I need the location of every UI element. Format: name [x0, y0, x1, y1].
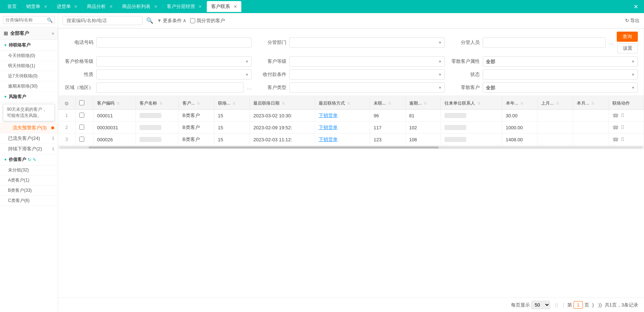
row-method-link-0[interactable]: 下销货单: [319, 113, 338, 118]
sidebar-item-a-class[interactable]: A类客户(1): [0, 175, 58, 186]
query-button[interactable]: 查询: [617, 32, 638, 42]
nav-item-purchase[interactable]: 进货单 ✕: [52, 1, 82, 12]
sidebar-item-c-class[interactable]: C类客户(6): [0, 196, 58, 206]
row-contact-1: 15: [214, 122, 250, 134]
nav-item-product-analysis[interactable]: 商品分析 ✕: [82, 1, 117, 12]
horizontal-scrollbar[interactable]: [58, 146, 644, 149]
row-num-1: 2: [58, 122, 75, 134]
row-method-link-2[interactable]: 下销货单: [319, 137, 338, 142]
column-last-method[interactable]: 最后联络方式 ⇅: [315, 97, 370, 110]
manager-dots-icon[interactable]: …: [609, 40, 614, 45]
value-edit-icon[interactable]: ✎: [33, 157, 36, 162]
filter-manager-input[interactable]: [483, 37, 606, 48]
column-overdue[interactable]: 逾期... ⇅: [405, 97, 441, 110]
nav-item-customer-contact[interactable]: 客户联系 ✕: [207, 1, 241, 12]
first-page-button[interactable]: ⟨⟨: [553, 301, 560, 309]
nav-close-purchase[interactable]: ✕: [74, 4, 77, 9]
filter-payment-select[interactable]: [289, 69, 444, 80]
search-button[interactable]: 🔍: [146, 17, 153, 24]
next-page-button[interactable]: ⟩: [591, 301, 595, 309]
column-last-month[interactable]: 上月... ⇅: [538, 97, 573, 110]
sidebar-item-week-pending[interactable]: 近7天待联络(0): [0, 71, 58, 81]
filter-dept-label: 分管部门: [257, 39, 286, 46]
my-customers-checkbox-area[interactable]: 我分管的客户: [190, 17, 225, 24]
column-last-date[interactable]: 最后联络日期 ⇅: [250, 97, 315, 110]
row-select-2[interactable]: [79, 137, 84, 142]
action-phone-1[interactable]: ☎: [612, 125, 619, 130]
all-customers-header[interactable]: ⊞ 全部客户 «: [0, 27, 58, 40]
nav-item-sales[interactable]: 销货单 ✕: [22, 1, 52, 12]
row-select-0[interactable]: [79, 113, 84, 118]
nav-home[interactable]: 首页: [3, 1, 21, 12]
prev-page-button[interactable]: ⟨: [561, 301, 566, 309]
action-more-2[interactable]: ⠿: [621, 137, 624, 142]
sidebar-item-churned[interactable]: 已流失客户(24) ℹ: [0, 133, 58, 144]
sidebar-item-ungroup[interactable]: 未分组(32): [0, 165, 58, 175]
filter-retail-attr-select[interactable]: 全部: [483, 56, 638, 66]
filter-customer-type-select[interactable]: [289, 82, 444, 93]
action-phone-2[interactable]: ☎: [612, 137, 619, 142]
action-phone-0[interactable]: ☎: [612, 113, 619, 118]
region-dots-icon[interactable]: …: [246, 85, 251, 90]
per-page-select[interactable]: 50 100: [531, 301, 550, 309]
filter-retail-customer-select[interactable]: 全部: [483, 82, 638, 93]
column-name[interactable]: 客户名称 ⇅: [136, 97, 178, 110]
filter-phone-input[interactable]: [96, 37, 251, 48]
scrollbar-thumb[interactable]: [89, 146, 438, 149]
nav-close-sales[interactable]: ✕: [44, 4, 47, 9]
column-unit-contact[interactable]: 往来单位联系人 ⇅: [441, 97, 502, 110]
filter-region-input[interactable]: [96, 82, 243, 93]
column-code[interactable]: 客户编码 ⇅: [93, 97, 136, 110]
nav-close-customer-contact[interactable]: ✕: [234, 4, 237, 9]
row-last-date-2: 2023-02-03 11:12:: [250, 134, 315, 146]
sidebar-item-churn-warning[interactable]: 流失预警客户(3): [0, 123, 58, 133]
row-select-1[interactable]: [79, 125, 84, 130]
column-un-contact[interactable]: 未联... ⇅: [370, 97, 405, 110]
column-customer-type[interactable]: 客户... ⇅: [178, 97, 214, 110]
close-all-button[interactable]: ✕: [631, 2, 641, 12]
sidebar-group-risk[interactable]: ▼ 风险客户: [0, 92, 58, 102]
sidebar-item-b-class[interactable]: B类客户(33): [0, 186, 58, 196]
filter-customer-level-select[interactable]: [289, 56, 444, 66]
nav-item-product-list[interactable]: 商品分析列表 ✕: [118, 1, 162, 12]
column-contact-count[interactable]: 联络... ⇅: [214, 97, 250, 110]
filter-nature-select[interactable]: [96, 69, 251, 80]
nav-item-customer-layer[interactable]: 客户分层经营 ✕: [162, 1, 206, 12]
content-area: 🔍 ▼ 更多条件 ∧ 我分管的客户 ↻ 导出 电话号码 分管部: [58, 13, 644, 312]
collapse-icon[interactable]: «: [52, 31, 54, 36]
nav-close-customer-layer[interactable]: ✕: [198, 4, 202, 9]
search-input[interactable]: [63, 16, 142, 25]
current-page-display: 1: [573, 301, 583, 309]
sidebar-item-overdue-pending[interactable]: 逾期未联络(30): [0, 81, 58, 92]
filter-price-level-select[interactable]: [96, 56, 251, 66]
row-last-method-1[interactable]: 下销货单: [315, 122, 370, 134]
filter-price-level-wrapper: ▼: [96, 56, 251, 66]
row-last-method-0[interactable]: 下销货单: [315, 110, 370, 122]
nav-close-product-list[interactable]: ✕: [154, 4, 157, 9]
settings-button[interactable]: 设置: [617, 43, 638, 53]
nav-close-product-analysis[interactable]: ✕: [109, 4, 113, 9]
sidebar-item-today-pending[interactable]: 今天待联络(0): [0, 51, 58, 61]
sidebar-group-value[interactable]: ▼ 价值客户 ↻ ✎: [0, 154, 58, 165]
row-name-1: [136, 122, 178, 134]
row-last-method-2[interactable]: 下销货单: [315, 134, 370, 146]
table-row: 1 000011 B类客户 15 2023-03-02 10:30: 下销货单 …: [58, 110, 644, 122]
column-settings-icon[interactable]: ⚙: [58, 97, 75, 110]
value-refresh-icon[interactable]: ↻: [28, 157, 31, 162]
select-all-checkbox[interactable]: [79, 100, 84, 105]
sidebar-group-pending[interactable]: ▼ 待联络客户: [0, 40, 58, 51]
action-more-0[interactable]: ⠿: [621, 113, 624, 118]
last-page-button[interactable]: ⟩⟩: [597, 301, 603, 309]
filter-status-select[interactable]: [483, 69, 638, 80]
row-method-link-1[interactable]: 下销货单: [319, 125, 338, 130]
action-more-1[interactable]: ⠿: [621, 125, 624, 130]
column-this-year[interactable]: 本年... ⇅: [502, 97, 538, 110]
sidebar-item-tomorrow-pending[interactable]: 明天待联络(1): [0, 61, 58, 71]
column-this-month[interactable]: 本月... ⇅: [573, 97, 608, 110]
row-un-contact-0: 96: [370, 110, 405, 122]
my-customers-checkbox[interactable]: [190, 18, 195, 23]
export-button[interactable]: ↻ 导出: [625, 17, 640, 24]
sidebar-item-declining[interactable]: 持续下滑客户(2) ℹ: [0, 144, 58, 154]
filter-dept-select[interactable]: [289, 37, 444, 48]
more-conditions-button[interactable]: ▼ 更多条件 ∧: [157, 17, 186, 24]
